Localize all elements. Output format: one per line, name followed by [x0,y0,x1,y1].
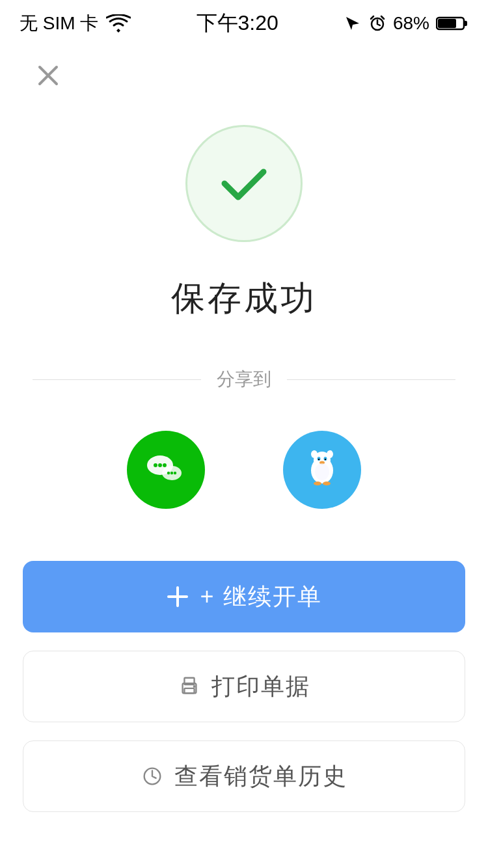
history-button[interactable]: 查看销货单历史 [23,740,465,812]
svg-point-24 [311,450,318,458]
close-button[interactable] [30,57,66,94]
history-label: 查看销货单历史 [174,761,347,793]
svg-point-18 [318,459,319,460]
svg-point-19 [325,459,326,460]
svg-rect-2 [464,21,467,26]
print-icon [178,675,201,698]
svg-point-8 [158,463,162,467]
checkmark-icon [215,154,273,213]
svg-point-22 [314,481,321,485]
battery-icon [436,14,468,33]
print-label: 打印单据 [211,671,310,703]
close-icon [34,62,62,89]
svg-point-7 [154,463,157,467]
continue-label: + 继续开单 [200,581,321,613]
history-icon [141,765,164,788]
status-bar: 无 SIM 卡 下午3:20 68% [0,0,488,47]
share-icons-row [127,431,361,509]
alarm-icon [368,14,386,33]
success-title: 保存成功 [171,276,317,321]
success-icon-circle [185,125,303,242]
svg-rect-30 [184,688,194,694]
no-sim-label: 无 SIM 卡 [20,11,98,36]
svg-point-13 [174,472,176,474]
svg-point-31 [193,685,196,688]
share-section: 分享到 [0,367,488,392]
location-icon [344,14,362,33]
qq-icon [299,447,345,493]
wechat-icon [143,447,189,493]
svg-point-21 [315,463,329,480]
svg-point-23 [323,481,331,485]
status-left: 无 SIM 卡 [20,11,131,36]
svg-point-11 [167,472,170,474]
svg-point-25 [327,450,333,458]
svg-point-9 [163,463,167,467]
continue-button[interactable]: + 继续开单 [23,561,465,632]
share-qq-button[interactable] [283,431,361,509]
svg-point-12 [170,472,173,474]
wifi-icon [106,14,131,33]
share-label: 分享到 [201,367,287,392]
plus-icon [166,585,189,608]
svg-rect-3 [438,19,456,28]
action-buttons: + 继续开单 打印单据 查看销货单历史 [23,561,465,812]
main-content: 保存成功 分享到 [0,47,488,812]
status-right: 68% [344,13,468,34]
print-button[interactable]: 打印单据 [23,651,465,722]
battery-percent: 68% [393,13,429,34]
status-time: 下午3:20 [197,9,278,38]
share-wechat-button[interactable] [127,431,205,509]
